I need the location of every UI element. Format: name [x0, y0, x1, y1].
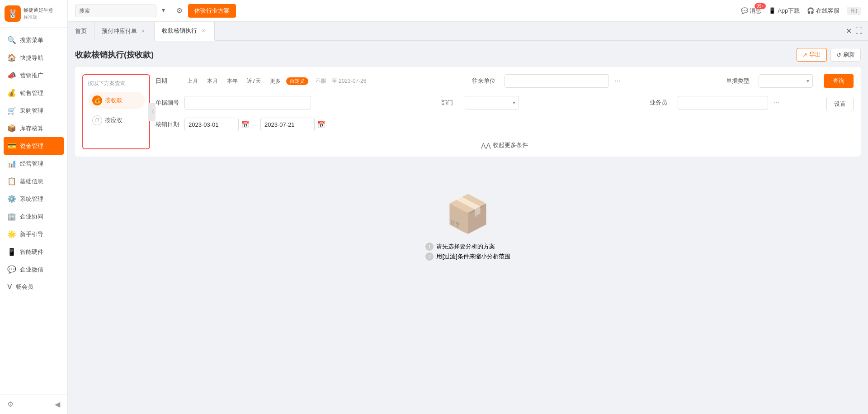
topbar-left: ▾ ⚙ 体验行业方案: [75, 4, 236, 18]
logo-icon: 🐰: [5, 5, 21, 22]
verify-date-label: 核销日期: [156, 120, 179, 128]
export-icon: ↗: [802, 52, 807, 58]
sales-more-icon[interactable]: ···: [774, 99, 779, 107]
dept-label: 部门: [441, 99, 459, 107]
industry-btn[interactable]: 体验行业方案: [188, 4, 236, 18]
refresh-btn[interactable]: ↺ 刷新: [830, 48, 861, 62]
filter-sidebar: 按以下方案查询 💰 按收款 ⏱ 按应收 《: [82, 74, 150, 149]
tab-expand-icon[interactable]: ⛶: [855, 27, 863, 35]
system-icon: ⚙️: [7, 195, 16, 203]
sidebar-item-marketing[interactable]: 📣 营销推广: [0, 67, 67, 84]
tab-home[interactable]: 首页: [68, 22, 94, 41]
sidebar: 🐰 畅捷通好生意 标准版 🔍 搜索菜单 🏠 快捷导航 📣 营销推广 💰 销售管理…: [0, 0, 68, 414]
sidebar-item-inventory[interactable]: 📦 库存核算: [0, 119, 67, 137]
topbar-message[interactable]: 💬 消息 99+: [741, 7, 762, 15]
sidebar-item-guide[interactable]: 🌟 新手引导: [0, 225, 67, 243]
home-icon: 🏠: [7, 53, 16, 62]
empty-tip-2: 2 用[过滤]条件来缩小分析范围: [425, 252, 510, 261]
date-label: 日期: [156, 77, 178, 85]
tab-collect-close[interactable]: ×: [200, 27, 207, 34]
doc-no-label: 单据编号: [156, 99, 179, 107]
filter-fields-container: 日期 上月 本月 本年 近7天 更多 自定义 不限 至 2023-07-26 往…: [156, 74, 854, 149]
sidebar-item-hardware[interactable]: 📱 智能硬件: [0, 243, 67, 261]
empty-tip-1: 1 请先选择要分析的方案: [425, 243, 510, 251]
operation-icon: 📊: [7, 159, 16, 168]
topbar-app-download[interactable]: 📱 App下载: [769, 7, 800, 15]
topbar-right: 💬 消息 99+ 📱 App下载 🎧 在线客服 Rit: [741, 7, 861, 15]
tab-prepay[interactable]: 预付冲应付单 ×: [94, 22, 155, 41]
page-title: 收款核销执行(按收款): [75, 49, 154, 60]
sidebar-item-operation[interactable]: 📊 经营管理: [0, 155, 67, 172]
verify-date-end-input[interactable]: [260, 118, 315, 131]
counterpart-input[interactable]: [505, 74, 609, 88]
sidebar-logo: 🐰 畅捷通好生意 标准版: [0, 0, 67, 28]
filter-sidebar-collapse-btn[interactable]: 《: [148, 103, 156, 121]
topbar-search-input[interactable]: [75, 5, 156, 17]
tab-close-all-icon[interactable]: ✕: [846, 27, 852, 35]
receivable-option-icon: ⏱: [92, 115, 102, 125]
doc-no-input[interactable]: [184, 96, 311, 109]
date-btn-more[interactable]: 更多: [266, 76, 284, 86]
date-btn-this-month[interactable]: 本月: [203, 76, 222, 86]
counterpart-label: 往来单位: [472, 77, 499, 85]
dept-select-wrap: [465, 96, 519, 109]
topbar-gear-icon[interactable]: ⚙: [176, 6, 183, 15]
page-title-bar: 收款核销执行(按收款) ↗ 导出 ↺ 刷新: [75, 48, 861, 62]
export-btn[interactable]: ↗ 导出: [797, 48, 827, 62]
collapse-up-icon: ⋀⋀: [481, 142, 491, 149]
tabbar-actions: ✕ ⛶: [846, 27, 868, 35]
sidebar-footer: ⚙ ◀: [0, 394, 67, 414]
query-btn[interactable]: 查询: [824, 74, 854, 88]
collapse-more-btn[interactable]: ⋀⋀ 收起更多条件: [481, 141, 528, 149]
setting-btn[interactable]: 设置: [826, 97, 854, 111]
topbar-user[interactable]: Rit: [847, 7, 861, 15]
page-content: 收款核销执行(按收款) ↗ 导出 ↺ 刷新 按以下方案查询 💰 按收款: [68, 41, 868, 414]
app-icon: 📱: [769, 7, 776, 14]
verify-date-range: 📅 — 📅: [184, 118, 325, 131]
sidebar-item-sales[interactable]: 💰 销售管理: [0, 84, 67, 102]
sidebar-item-basic[interactable]: 📋 基础信息: [0, 172, 67, 190]
verify-date-start-input[interactable]: [184, 118, 239, 131]
sidebar-item-system[interactable]: ⚙️ 系统管理: [0, 190, 67, 208]
message-icon: 💬: [741, 7, 748, 14]
dept-select[interactable]: [465, 96, 519, 109]
sales-icon: 💰: [7, 89, 16, 97]
inventory-icon: 📦: [7, 124, 16, 133]
verify-date-end-calendar-icon[interactable]: 📅: [317, 121, 325, 128]
filter-row-1: 日期 上月 本月 本年 近7天 更多 自定义 不限 至 2023-07-26 往…: [156, 74, 854, 88]
empty-state: 📦 1 请先选择要分析的方案 2 用[过滤]条件来缩小分析范围: [75, 157, 861, 299]
filter-option-by-collect[interactable]: 💰 按收款: [88, 92, 145, 109]
verify-date-start-calendar-icon[interactable]: 📅: [241, 121, 249, 128]
counterpart-more-icon[interactable]: ···: [614, 77, 620, 85]
tabbar: 首页 预付冲应付单 × 收款核销执行 × ✕ ⛶: [68, 22, 868, 41]
filter-row-3: 核销日期 📅 — 📅: [156, 118, 854, 131]
hardware-icon: 📱: [7, 247, 16, 256]
filter-option-by-receivable[interactable]: ⏱ 按应收: [88, 112, 145, 129]
date-quick-group: 上月 本月 本年 近7天 更多 自定义: [184, 76, 308, 86]
doc-type-select[interactable]: [759, 74, 813, 88]
sidebar-item-finance[interactable]: 💳 资金管理: [4, 137, 64, 155]
topbar-online-service[interactable]: 🎧 在线客服: [807, 7, 840, 15]
sidebar-item-quick-nav[interactable]: 🏠 快捷导航: [0, 49, 67, 67]
doc-type-label: 单据类型: [726, 77, 753, 85]
sidebar-item-enterprise[interactable]: 🏢 企业协同: [0, 208, 67, 225]
sidebar-item-search[interactable]: 🔍 搜索菜单: [0, 31, 67, 49]
sidebar-item-wechat[interactable]: 💬 企业微信: [0, 261, 67, 278]
sidebar-nav: 🔍 搜索菜单 🏠 快捷导航 📣 营销推广 💰 销售管理 🛒 采购管理 📦 库存核…: [0, 28, 67, 394]
sidebar-collapse-icon[interactable]: ◀: [55, 400, 60, 409]
main-area: ▾ ⚙ 体验行业方案 💬 消息 99+ 📱 App下载 🎧 在线客服 Rit 首…: [68, 0, 868, 414]
date-btn-this-year[interactable]: 本年: [223, 76, 241, 86]
sidebar-item-vip[interactable]: V 畅会员: [0, 278, 67, 295]
tab-prepay-close[interactable]: ×: [140, 28, 147, 35]
date-btn-last-month[interactable]: 上月: [184, 76, 202, 86]
date-btn-7days[interactable]: 近7天: [243, 76, 264, 86]
filter-sidebar-title: 按以下方案查询: [88, 80, 145, 87]
tab-collect[interactable]: 收款核销执行 ×: [155, 22, 215, 41]
topbar-dropdown-icon[interactable]: ▾: [162, 6, 171, 15]
filter-row-2: 单据编号 部门 业务员 ··· 设置: [156, 94, 854, 111]
sales-input[interactable]: [678, 96, 768, 109]
marketing-icon: 📣: [7, 71, 16, 80]
date-separator: —: [252, 121, 258, 128]
sidebar-settings-icon[interactable]: ⚙: [7, 400, 14, 409]
sidebar-item-purchase[interactable]: 🛒 采购管理: [0, 102, 67, 119]
